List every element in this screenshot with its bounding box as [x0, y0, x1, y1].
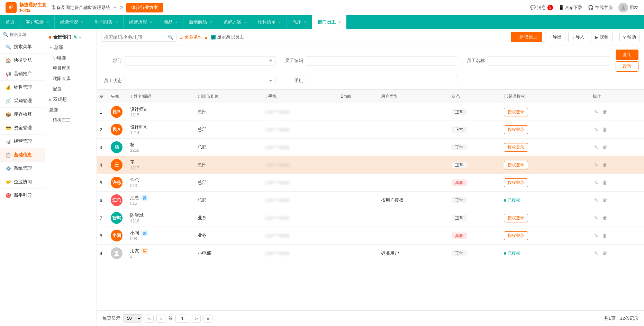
dept-node-沈阳大库[interactable]: 沈阳大库	[45, 73, 97, 84]
show-resign-checkbox[interactable]: 显示离职员工	[211, 34, 244, 40]
emp-status-select[interactable]	[125, 76, 275, 85]
nav-tab-新增商品[interactable]: 新增商品×	[183, 15, 218, 29]
tab-close-icon[interactable]: ×	[338, 20, 341, 24]
sidebar-item-销售管理[interactable]: 💰销售管理	[0, 81, 45, 94]
first-page-btn[interactable]: «	[145, 315, 154, 323]
online-service-btn[interactable]: 🎧 在线客服	[588, 5, 613, 11]
nav-tab-利润报告[interactable]: 利润报告×	[89, 15, 124, 29]
sidebar-item-搜索菜单[interactable]: 🔍搜索菜单	[0, 40, 45, 54]
sidebar-item-经营管理[interactable]: 📊经营管理	[0, 135, 45, 148]
delete-btn[interactable]: 🗑	[601, 214, 609, 221]
dept-all-label[interactable]: 全部部门	[53, 34, 71, 40]
dept-node-总部[interactable]: ▼ 总部	[45, 42, 97, 53]
nav-tab-仓库[interactable]: 仓库×	[287, 15, 312, 29]
dept-select[interactable]	[125, 56, 275, 65]
delete-btn[interactable]: 🗑	[601, 161, 609, 168]
dept-node-双虎想[interactable]: ▶ 双虎想	[45, 94, 97, 105]
dept-node-总部[interactable]: 总部	[45, 105, 97, 115]
auth-btn[interactable]: 授权登录	[504, 125, 528, 134]
auth-btn[interactable]: 授权登录	[504, 231, 528, 240]
dept-collapse-icon[interactable]: «	[79, 35, 82, 40]
delete-btn[interactable]: 🗑	[601, 197, 609, 204]
delete-btn[interactable]: 🗑	[601, 232, 609, 239]
message-btn[interactable]: 💬 消息 5	[530, 5, 553, 11]
trial-btn[interactable]: 体验行业方案	[126, 3, 163, 12]
set-btn[interactable]: 设置	[616, 61, 638, 72]
auth-btn[interactable]: 授权登录	[504, 178, 528, 187]
last-page-btn[interactable]: »	[203, 315, 212, 323]
nav-tab-客户联络[interactable]: 客户联络×	[20, 15, 55, 29]
sidebar-search-box[interactable]: 🔍	[0, 29, 45, 40]
auth-btn[interactable]: 授权登录	[504, 108, 528, 116]
next-page-btn[interactable]: >	[192, 315, 201, 323]
tab-close-icon[interactable]: ×	[116, 20, 118, 24]
prev-page-btn[interactable]: <	[156, 315, 165, 323]
delete-btn[interactable]: 🗑	[601, 179, 609, 186]
dept-node-植树王三[interactable]: 植树王三	[45, 115, 97, 125]
dept-node-配货[interactable]: 配货	[45, 84, 97, 94]
sidebar-item-采购管理[interactable]: 🛒采购管理	[0, 94, 45, 108]
dept-edit-icon[interactable]: ✎	[73, 35, 77, 40]
delete-btn[interactable]: 🗑	[601, 250, 609, 257]
sidebar-search-input[interactable]	[10, 32, 37, 37]
delete-btn[interactable]: 🗑	[601, 144, 609, 151]
resign-checkbox[interactable]	[211, 35, 216, 39]
export-btn[interactable]: ↑ 导出	[545, 32, 565, 42]
edit-btn[interactable]: ✎	[593, 161, 600, 168]
tab-close-icon[interactable]: ×	[304, 20, 306, 24]
app-download-btn[interactable]: 📱 App下载	[559, 5, 582, 11]
more-filter-btn[interactable]: ⊿ 更多条件 ▲	[179, 34, 208, 40]
delete-btn[interactable]: 🗑	[601, 108, 609, 115]
sidebar-item-新手引导[interactable]: 🎯新手引导	[0, 189, 45, 202]
tab-close-icon[interactable]: ×	[81, 20, 83, 24]
edit-btn[interactable]: ✎	[593, 108, 600, 115]
add-employee-btn[interactable]: + 新增员工	[511, 32, 542, 42]
search-box[interactable]: 🔍	[101, 33, 176, 42]
tab-close-icon[interactable]: ×	[210, 20, 212, 24]
sidebar-item-系统管理[interactable]: ⚙️系统管理	[0, 162, 45, 175]
auth-btn[interactable]: 授权登录	[504, 214, 528, 222]
nav-tab-商品[interactable]: 商品×	[158, 15, 183, 29]
sidebar-item-库存核算[interactable]: 📦库存核算	[0, 108, 45, 121]
query-btn[interactable]: 查询	[616, 50, 638, 60]
nav-tab-经营历程[interactable]: 经营历程×	[124, 15, 158, 29]
help-btn[interactable]: ? 帮助	[619, 32, 640, 42]
edit-btn[interactable]: ✎	[593, 214, 600, 221]
dropdown-icon[interactable]: ▾	[114, 5, 116, 10]
sidebar-item-营销推广[interactable]: 📢营销推广	[0, 67, 45, 81]
edit-btn[interactable]: ✎	[593, 197, 600, 204]
tab-close-icon[interactable]: ×	[150, 20, 152, 24]
phone-input[interactable]	[306, 76, 457, 85]
tab-close-icon[interactable]: ×	[244, 20, 246, 24]
sidebar-item-资金管理[interactable]: 💳资金管理	[0, 121, 45, 135]
edit-btn[interactable]: ✎	[593, 144, 600, 151]
tab-close-icon[interactable]: ×	[175, 20, 178, 24]
view-btn[interactable]: ▶ 视频	[591, 32, 613, 42]
page-number-input[interactable]	[175, 315, 189, 323]
sidebar-item-企业协同[interactable]: 🤝企业协同	[0, 175, 45, 189]
tab-close-icon[interactable]: ×	[279, 20, 281, 24]
edit-btn[interactable]: ✎	[593, 126, 600, 133]
search-input[interactable]	[104, 35, 166, 40]
emp-code-input[interactable]	[306, 56, 457, 65]
nav-tab-物料清单[interactable]: 物料清单×	[252, 15, 287, 29]
search-icon[interactable]: 🔍	[168, 35, 173, 40]
sidebar-item-基础信息[interactable]: 📋基础信息	[0, 148, 45, 162]
sidebar-item-快捷导航[interactable]: 🏠快捷导航	[0, 54, 45, 67]
delete-btn[interactable]: 🗑	[601, 126, 609, 133]
nav-tab-部门员工[interactable]: 部门员工×	[312, 15, 346, 29]
nav-tab-经营情况[interactable]: 经营情况×	[55, 15, 89, 29]
auth-btn[interactable]: 授权登录	[504, 143, 528, 152]
tab-close-icon[interactable]: ×	[47, 20, 49, 24]
dept-node-小电部[interactable]: 小电部	[45, 53, 97, 63]
user-menu[interactable]: 用友	[618, 3, 638, 12]
emp-name-input[interactable]	[488, 56, 610, 65]
per-page-select[interactable]: 50 20 100	[123, 314, 142, 323]
edit-btn[interactable]: ✎	[593, 250, 600, 257]
settings-icon[interactable]: ⚙	[119, 5, 124, 10]
nav-tab-首页[interactable]: 首页	[0, 15, 20, 29]
dept-node-项目库房[interactable]: 项目库房	[45, 63, 97, 73]
import-btn[interactable]: ↓ 导入	[568, 32, 589, 42]
nav-tab-条码方案[interactable]: 条码方案×	[218, 15, 252, 29]
edit-btn[interactable]: ✎	[593, 232, 600, 239]
